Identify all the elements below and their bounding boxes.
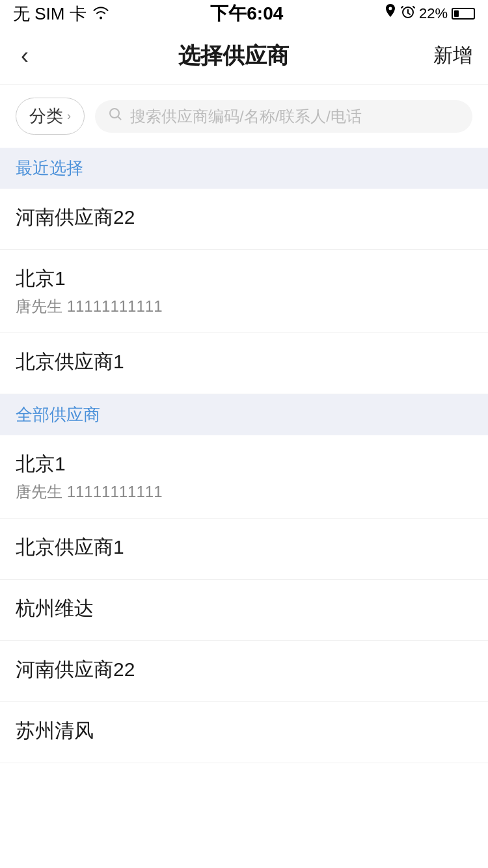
item-name: 河南供应商22 (16, 657, 472, 683)
list-item[interactable]: 河南供应商22 (0, 641, 488, 702)
item-subtitle: 唐先生 11111111111 (16, 296, 472, 317)
category-button[interactable]: 分类 › (16, 98, 85, 135)
battery-icon (452, 8, 475, 20)
item-name: 杭州维达 (16, 595, 472, 622)
recent-section-header: 最近选择 (0, 148, 488, 189)
list-item[interactable]: 北京1 唐先生 11111111111 (0, 250, 488, 333)
item-name: 河南供应商22 (16, 204, 472, 231)
list-item[interactable]: 北京供应商1 (0, 519, 488, 580)
filter-bar: 分类 › (0, 85, 488, 148)
list-item[interactable]: 北京供应商1 (0, 333, 488, 394)
all-section: 全部供应商 北京1 唐先生 11111111111 北京供应商1 杭州维达 河南… (0, 394, 488, 763)
item-subtitle: 唐先生 11111111111 (16, 481, 472, 502)
alarm-icon (401, 4, 415, 23)
recent-section: 最近选择 河南供应商22 北京1 唐先生 11111111111 北京供应商1 (0, 148, 488, 394)
item-name: 北京1 (16, 451, 472, 478)
item-name: 苏州清风 (16, 718, 472, 744)
nav-bar: ‹ 选择供应商 新增 (0, 27, 488, 85)
item-name: 北京供应商1 (16, 349, 472, 375)
status-bar: 无 SIM 卡 下午6:04 22% (0, 0, 488, 27)
search-icon (108, 107, 124, 126)
item-name: 北京1 (16, 265, 472, 292)
item-name: 北京供应商1 (16, 534, 472, 561)
category-label: 分类 (29, 105, 63, 128)
list-item[interactable]: 河南供应商22 (0, 189, 488, 250)
list-item[interactable]: 杭州维达 (0, 580, 488, 641)
list-item[interactable]: 北京1 唐先生 11111111111 (0, 435, 488, 519)
search-box (95, 100, 472, 133)
list-item[interactable]: 苏州清风 (0, 702, 488, 763)
wifi-icon (92, 4, 110, 24)
status-time: 下午6:04 (210, 1, 283, 26)
search-input[interactable] (130, 107, 459, 126)
status-right: 22% (384, 4, 475, 23)
location-icon (384, 4, 397, 23)
sim-text: 无 SIM 卡 (13, 3, 87, 25)
chevron-right-icon: › (67, 109, 71, 123)
page-title: 选择供应商 (178, 41, 289, 71)
status-left: 无 SIM 卡 (13, 3, 110, 25)
back-button[interactable]: ‹ (16, 39, 34, 73)
battery-percent: 22% (419, 5, 448, 22)
all-section-title: 全部供应商 (16, 405, 100, 424)
all-section-header: 全部供应商 (0, 394, 488, 435)
add-button[interactable]: 新增 (433, 42, 472, 69)
recent-section-title: 最近选择 (16, 158, 83, 178)
